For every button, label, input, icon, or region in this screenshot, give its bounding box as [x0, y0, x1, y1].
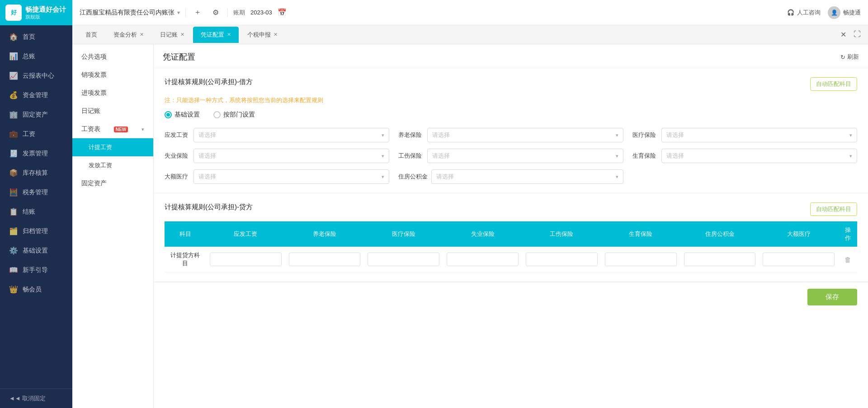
cell-input-2[interactable]: [368, 253, 439, 266]
settings-button[interactable]: ⚙: [209, 6, 222, 19]
cell-input-0[interactable]: [210, 253, 282, 266]
borrow-section-title: 计提核算规则(公司承担)-借方: [165, 78, 253, 86]
cell-input-6[interactable]: [684, 253, 756, 266]
user-info[interactable]: 👤 畅捷通: [828, 6, 861, 19]
menu-item-计提工资[interactable]: 计提工资: [72, 138, 153, 156]
sidebar-item-固定资产[interactable]: 🏢固定资产: [0, 105, 72, 124]
sidebar-item-基础设置[interactable]: ⚙️基础设置: [0, 241, 72, 260]
menu-label: 固定资产: [81, 179, 107, 188]
menu-item-固定资产[interactable]: 固定资产: [72, 174, 153, 192]
select-arrow-icon: ▾: [849, 153, 852, 159]
nav-label: 发票管理: [23, 150, 48, 158]
radio-basic-circle: [165, 111, 172, 118]
tab-close-icon[interactable]: ✕: [180, 32, 184, 38]
select-arrow-icon: ▾: [849, 132, 852, 138]
menu-item-销项发票[interactable]: 销项发票: [72, 66, 153, 84]
nav-icon: 🏠: [9, 33, 18, 41]
sidebar-item-畅会员[interactable]: 👑畅会员: [0, 280, 72, 299]
page-header: 凭证配置 ↻ 刷新: [154, 44, 868, 68]
radio-department-circle: [213, 111, 221, 118]
table-cell-0: [206, 247, 285, 272]
tab-个税申报[interactable]: 个税申报 ✕: [240, 27, 285, 43]
borrow-field-row: 住房公积金 请选择 ▾: [398, 169, 623, 184]
tab-首页[interactable]: 首页: [78, 27, 105, 43]
nav-label: 结账: [23, 208, 35, 216]
tab-close-icon[interactable]: ✕: [140, 32, 144, 38]
field-select-工伤保险[interactable]: 请选择 ▾: [427, 149, 623, 163]
nav-icon: 👑: [9, 285, 18, 294]
cell-input-3[interactable]: [447, 253, 519, 266]
expand-button[interactable]: ⛶: [852, 28, 863, 41]
sidebar-item-库存核算[interactable]: 📦库存核算: [0, 163, 72, 183]
borrow-field-row: 医疗保险 请选择 ▾: [632, 128, 857, 142]
sidebar-logo: 好 畅捷通好会计 旗舰版: [0, 0, 72, 25]
radio-basic[interactable]: 基础设置: [165, 111, 200, 119]
nav-label: 总账: [23, 52, 35, 61]
sidebar-item-资金管理[interactable]: 💰资金管理: [0, 85, 72, 105]
sidebar-item-新手引导[interactable]: 📖新手引导: [0, 260, 72, 280]
support-button[interactable]: 🎧 人工咨询: [787, 9, 821, 17]
sidebar-item-税务管理[interactable]: 🧮税务管理: [0, 183, 72, 202]
cell-input-7[interactable]: [763, 253, 835, 266]
refresh-button[interactable]: ↻ 刷新: [840, 53, 859, 61]
menu-item-进项发票[interactable]: 进项发票: [72, 84, 153, 102]
tab-close-icon[interactable]: ✕: [227, 32, 231, 38]
nav-label: 固定资产: [23, 111, 48, 119]
sidebar-item-云报表中心[interactable]: 📈云报表中心: [0, 66, 72, 85]
add-button[interactable]: ＋: [191, 6, 204, 19]
col-header-工伤保险: 工伤保险: [522, 221, 601, 247]
nav-label: 基础设置: [23, 247, 48, 255]
col-header-养老保险: 养老保险: [285, 221, 364, 247]
sidebar-item-工资[interactable]: 💼工资: [0, 124, 72, 144]
logo-text: 畅捷通好会计: [25, 5, 66, 14]
menu-item-日记账[interactable]: 日记账: [72, 102, 153, 120]
menu-item-发放工资[interactable]: 发放工资: [72, 156, 153, 174]
field-select-失业保险[interactable]: 请选择 ▾: [193, 149, 389, 163]
menu-item-工资表[interactable]: 工资表 NEW ▾: [72, 120, 153, 138]
menu-label: 销项发票: [81, 71, 107, 79]
close-tab-button[interactable]: ✕: [839, 28, 848, 41]
cell-input-4[interactable]: [526, 253, 598, 266]
borrow-field-row: 工伤保险 请选择 ▾: [398, 149, 623, 163]
cell-input-5[interactable]: [605, 253, 677, 266]
field-label: 医疗保险: [632, 131, 658, 139]
tab-凭证配置[interactable]: 凭证配置 ✕: [193, 27, 239, 43]
support-label: 人工咨询: [797, 9, 821, 17]
save-button[interactable]: 保存: [807, 289, 857, 305]
nav-icon: 🗂️: [9, 227, 18, 235]
tabs-bar: 首页资金分析 ✕日记账 ✕凭证配置 ✕个税申报 ✕ ✕ ⛶: [72, 25, 868, 44]
sidebar-item-总账[interactable]: 📊总账: [0, 47, 72, 66]
field-select-医疗保险[interactable]: 请选择 ▾: [661, 128, 857, 142]
sidebar-item-结账[interactable]: 📋结账: [0, 202, 72, 221]
cancel-fixed-button[interactable]: ◄◄ 取消固定: [0, 389, 72, 408]
radio-department[interactable]: 按部门设置: [213, 111, 255, 119]
field-select-大额医疗[interactable]: 请选择 ▾: [193, 169, 389, 184]
menu-item-公共选项[interactable]: 公共选项: [72, 48, 153, 66]
sidebar-item-发票管理[interactable]: 🧾发票管理: [0, 144, 72, 163]
company-name: 江西服宝精品有限责任公司内账张: [80, 9, 175, 17]
credit-section-title: 计提核算规则(公司承担)-贷方: [165, 203, 253, 211]
nav-label: 归档管理: [23, 227, 48, 235]
sidebar-item-首页[interactable]: 🏠首页: [0, 27, 72, 47]
table-cell-5: [601, 247, 680, 272]
cell-input-1[interactable]: [289, 253, 361, 266]
delete-icon[interactable]: 🗑: [844, 256, 851, 263]
headset-icon: 🎧: [787, 9, 794, 16]
col-header-应发工资: 应发工资: [206, 221, 285, 247]
field-select-生育保险[interactable]: 请选择 ▾: [661, 149, 857, 163]
refresh-icon: ↻: [840, 54, 845, 61]
field-select-应发工资[interactable]: 请选择 ▾: [193, 128, 389, 142]
borrow-auto-match-button[interactable]: 自动匹配科目: [810, 77, 857, 91]
calendar-icon[interactable]: 📅: [278, 8, 287, 17]
field-select-住房公积金[interactable]: 请选择 ▾: [431, 169, 623, 184]
field-select-养老保险[interactable]: 请选择 ▾: [427, 128, 623, 142]
credit-auto-match-button[interactable]: 自动匹配科目: [810, 202, 857, 216]
col-header-失业保险: 失业保险: [443, 221, 522, 247]
main-content: 凭证配置 ↻ 刷新 计提核算规则(公司承担)-借方 自动匹配科目 注：只能选择一…: [154, 44, 868, 408]
tab-日记账[interactable]: 日记账 ✕: [152, 27, 192, 43]
tab-资金分析[interactable]: 资金分析 ✕: [106, 27, 151, 43]
company-select[interactable]: 江西服宝精品有限责任公司内账张 ▾: [80, 9, 180, 17]
sidebar-item-归档管理[interactable]: 🗂️归档管理: [0, 221, 72, 241]
borrow-field-row: 生育保险 请选择 ▾: [632, 149, 857, 163]
tab-close-icon[interactable]: ✕: [274, 32, 278, 38]
